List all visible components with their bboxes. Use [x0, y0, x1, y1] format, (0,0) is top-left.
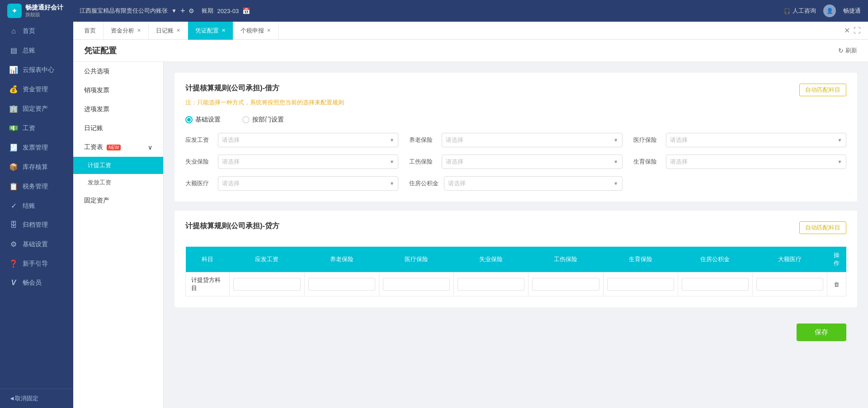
cell-unemployment — [454, 272, 528, 296]
bigmedical-select[interactable]: 请选择 ▼ — [218, 176, 398, 191]
tab-close-fund-analysis[interactable]: ✕ — [137, 28, 141, 33]
user-avatar: 👤 — [823, 5, 836, 17]
credit-section: 计提核算规则(公司承担)-贷方 自动匹配科目 科目 应发工资 养老保险 医疗保险… — [175, 211, 857, 307]
sidebar-item-inventory[interactable]: 📦 库存核算 — [0, 157, 73, 177]
unemployment-label: 失业保险 — [185, 158, 212, 166]
refresh-button[interactable]: ↻ 刷新 — [838, 47, 857, 55]
maternity-select[interactable]: 请选择 ▼ — [666, 155, 846, 169]
form-row-pension: 养老保险 请选择 ▼ — [409, 133, 622, 147]
left-nav-fixed-assets[interactable]: 固定资产 — [73, 191, 163, 210]
tab-close-voucher-config[interactable]: ✕ — [222, 28, 226, 33]
sidebar-item-assets[interactable]: 🏢 固定资产 — [0, 99, 73, 118]
sidebar-item-reports[interactable]: 📊 云报表中心 — [0, 60, 73, 80]
left-nav-journal[interactable]: 日记账 — [73, 119, 163, 138]
top-bar: ✦ 畅捷通好会计 旗舰版 江西服宝精品有限责任公司内账张 ▼ + ⚙ 账期 20… — [0, 0, 868, 22]
add-company-btn[interactable]: + — [180, 6, 185, 16]
debit-auto-match-btn[interactable]: 自动匹配科目 — [799, 84, 846, 96]
home-icon: ⌂ — [9, 27, 18, 35]
maternity-arrow-icon: ▼ — [837, 159, 842, 164]
sidebar-item-funds[interactable]: 💰 资金管理 — [0, 80, 73, 99]
reports-icon: 📊 — [9, 66, 18, 74]
injury-label: 工伤保险 — [409, 158, 436, 166]
sidebar-item-member[interactable]: V 畅会员 — [0, 273, 73, 292]
main-panel: 计提核算规则(公司承担)-借方 注：只能选择一种方式，系统将按照您当前的选择来配… — [164, 62, 868, 408]
calendar-icon[interactable]: 📅 — [242, 7, 250, 14]
sidebar-item-close[interactable]: ✓ 结账 — [0, 196, 73, 216]
left-nav-sales-invoice[interactable]: 销项发票 — [73, 81, 163, 100]
close-books-icon: ✓ — [9, 202, 18, 210]
tab-home[interactable]: 首页 — [77, 22, 104, 40]
injury-arrow-icon: ▼ — [613, 159, 618, 164]
radio-by-dept[interactable]: 按部门设置 — [242, 116, 284, 124]
housing-select[interactable]: 请选择 ▼ — [444, 176, 622, 191]
left-nav-payroll-sheet[interactable]: 工资表 NEW ∨ — [73, 138, 163, 157]
cell-input-bigmedical[interactable] — [756, 278, 823, 291]
debit-section-title: 计提核算规则(公司承担)-借方 — [185, 84, 344, 93]
medical-select[interactable]: 请选择 ▼ — [666, 133, 846, 147]
left-nav-purchase-invoice[interactable]: 进项发票 — [73, 100, 163, 119]
sidebar-item-settings[interactable]: ⚙ 基础设置 — [0, 234, 73, 254]
cell-pension — [304, 272, 379, 296]
refresh-icon: ↻ — [838, 47, 844, 54]
cell-bigmedical — [753, 272, 827, 296]
tab-close-tax[interactable]: ✕ — [267, 28, 271, 33]
radio-dept-circle — [242, 116, 250, 123]
credit-section-title: 计提核算规则(公司承担)-贷方 — [185, 221, 279, 231]
cell-input-unemployment[interactable] — [458, 278, 524, 291]
medical-label: 医疗保险 — [633, 136, 660, 144]
radio-basic-setup[interactable]: 基础设置 — [185, 116, 221, 124]
unemployment-select[interactable]: 请选择 ▼ — [218, 155, 398, 169]
pension-select[interactable]: 请选择 ▼ — [442, 133, 622, 147]
tab-voucher-config[interactable]: 凭证配置 ✕ — [188, 22, 233, 40]
salary-select[interactable]: 请选择 ▼ — [218, 133, 398, 147]
tab-journal[interactable]: 日记账 ✕ — [149, 22, 188, 40]
tab-close-journal[interactable]: ✕ — [176, 28, 180, 33]
col-header-injury: 工伤保险 — [528, 247, 603, 272]
sidebar-item-archive[interactable]: 🗄 归档管理 — [0, 216, 73, 234]
inventory-icon: 📦 — [9, 163, 18, 171]
assets-icon: 🏢 — [9, 104, 18, 113]
sidebar-item-guide[interactable]: ❓ 新手引导 — [0, 254, 73, 273]
credit-auto-match-btn[interactable]: 自动匹配科目 — [799, 221, 846, 234]
cell-injury — [528, 272, 603, 296]
left-nav-payroll-payment[interactable]: 发放工资 — [73, 174, 163, 191]
cell-maternity — [603, 272, 678, 296]
cell-input-housing[interactable] — [682, 278, 749, 291]
unpin-sidebar-btn[interactable]: ◄取消固定 — [0, 389, 73, 408]
cell-input-medical[interactable] — [383, 278, 450, 291]
left-nav-public[interactable]: 公共选项 — [73, 62, 163, 81]
maternity-label: 生育保险 — [633, 158, 660, 166]
delete-row-icon[interactable]: 🗑 — [834, 281, 840, 288]
sidebar-item-home[interactable]: ⌂ 首页 — [0, 22, 73, 41]
pension-label: 养老保险 — [409, 136, 436, 144]
sidebar-item-tax[interactable]: 📋 税务管理 — [0, 177, 73, 196]
sidebar-item-payroll[interactable]: 💵 工资 — [0, 118, 73, 138]
cell-input-injury[interactable] — [532, 278, 599, 291]
settings-btn[interactable]: ⚙ — [189, 7, 194, 14]
archive-icon: 🗄 — [9, 221, 18, 229]
tab-fund-analysis[interactable]: 资金分析 ✕ — [104, 22, 149, 40]
unemployment-arrow-icon: ▼ — [389, 159, 394, 164]
logo-area: ✦ 畅捷通好会计 旗舰版 — [7, 4, 80, 18]
cell-input-salary[interactable] — [233, 278, 300, 291]
cell-input-maternity[interactable] — [607, 278, 674, 291]
col-header-salary: 应发工资 — [230, 247, 304, 272]
close-all-icon[interactable]: ✕ — [844, 26, 850, 35]
left-nav-payroll-accrual[interactable]: 计提工资 — [73, 157, 163, 174]
col-header-unemployment: 失业保险 — [454, 247, 528, 272]
table-row: 计提贷方科目 🗑 — [186, 272, 846, 296]
ai-consult-btn[interactable]: 🎧 人工咨询 — [783, 7, 816, 15]
page-title: 凭证配置 — [84, 45, 117, 56]
cell-input-pension[interactable] — [308, 278, 375, 291]
form-row-injury: 工伤保险 请选择 ▼ — [409, 155, 622, 169]
sidebar-item-invoice[interactable]: 🧾 发票管理 — [0, 138, 73, 157]
pension-arrow-icon: ▼ — [613, 137, 618, 143]
col-header-ops: 操作 — [827, 247, 846, 272]
expand-icon[interactable]: ⛶ — [854, 27, 861, 35]
cell-housing — [678, 272, 752, 296]
company-dropdown[interactable]: ▼ — [171, 8, 177, 14]
save-button[interactable]: 保存 — [797, 324, 846, 341]
tab-tax-declaration[interactable]: 个税申报 ✕ — [233, 22, 278, 40]
injury-select[interactable]: 请选择 ▼ — [442, 155, 622, 169]
sidebar-item-ledger[interactable]: ▤ 总账 — [0, 41, 73, 60]
